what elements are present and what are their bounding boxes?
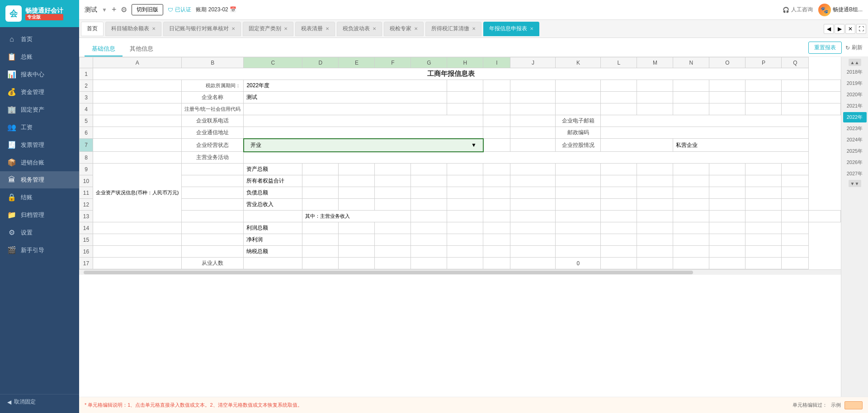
cell-2m[interactable] (673, 80, 709, 92)
cell-7i[interactable] (483, 139, 510, 152)
cell-2p[interactable] (782, 80, 809, 92)
cell-6b[interactable]: 企业通信地址 (182, 127, 244, 139)
col-header-n[interactable]: N (673, 57, 709, 68)
cell-16l[interactable] (601, 246, 637, 258)
col-header-q[interactable]: Q (782, 57, 809, 68)
cell-12o[interactable] (709, 199, 745, 211)
cell-10j[interactable] (510, 175, 556, 187)
cell-9o[interactable] (709, 164, 745, 175)
cell-8a[interactable] (93, 152, 182, 164)
cell-13q[interactable] (809, 211, 841, 222)
cell-12n[interactable] (673, 199, 709, 211)
tab-tax-form[interactable]: 税表清册 ✕ (295, 22, 335, 36)
cell-4l[interactable] (637, 103, 673, 115)
tab-aux-close-icon[interactable]: ✕ (152, 26, 156, 31)
tab-tax-income-close-icon[interactable]: ✕ (472, 26, 476, 31)
cell-9q[interactable] (782, 164, 809, 175)
col-header-p[interactable]: P (745, 57, 782, 68)
cell-12b[interactable] (182, 199, 244, 211)
cell-17d[interactable] (302, 258, 339, 269)
col-header-m[interactable]: M (637, 57, 673, 68)
cell-16h[interactable] (447, 246, 483, 258)
cell-4m[interactable] (673, 103, 709, 115)
cell-11m[interactable] (637, 187, 673, 199)
horizontal-scrollbar[interactable] (79, 269, 841, 275)
cell-16i[interactable] (483, 246, 510, 258)
cell-14d[interactable] (302, 222, 339, 234)
refresh-button[interactable]: ↻ 刷新 (845, 44, 863, 52)
cell-4c[interactable] (244, 103, 447, 115)
tabs-scroll-right-button[interactable]: ▶ (835, 24, 844, 34)
cell-16e[interactable] (339, 246, 375, 258)
tab-aux[interactable]: 科目辅助余额表 ✕ (105, 22, 161, 36)
cell-4p[interactable] (782, 103, 809, 115)
cell-2h[interactable] (510, 80, 556, 92)
cell-10k[interactable] (556, 175, 601, 187)
cell-15b[interactable] (182, 234, 244, 246)
cell-11j[interactable] (510, 187, 556, 199)
cell-12j[interactable] (510, 199, 556, 211)
cell-13c[interactable] (244, 211, 302, 222)
cell-4a[interactable] (93, 103, 182, 115)
cell-10q[interactable] (782, 175, 809, 187)
cell-17e[interactable] (339, 258, 375, 269)
cell-10l[interactable] (601, 175, 637, 187)
tab-annual[interactable]: 年报信息申报表 ✕ (483, 22, 539, 36)
cell-14o[interactable] (709, 222, 745, 234)
col-header-l[interactable]: L (601, 57, 637, 68)
cell-7j[interactable]: 企业控股情况 (556, 139, 601, 152)
tabs-close-button[interactable]: ✕ (845, 24, 855, 34)
cell-13i[interactable] (510, 211, 556, 222)
tab-asset-type-close-icon[interactable]: ✕ (284, 26, 288, 31)
cell-12m[interactable] (637, 199, 673, 211)
cell-17n[interactable] (673, 258, 709, 269)
workspace-dropdown-icon[interactable]: ▼ (102, 7, 107, 13)
cell-10m[interactable] (637, 175, 673, 187)
sheet-title-cell[interactable]: 工商年报信息表 (93, 68, 809, 80)
cell-11p[interactable] (745, 187, 782, 199)
cell-15j[interactable] (510, 234, 556, 246)
cell-3f[interactable] (447, 92, 483, 103)
cell-15o[interactable] (709, 234, 745, 246)
cell-6j[interactable]: 邮政编码 (556, 127, 601, 139)
cell-6k[interactable] (601, 127, 809, 139)
cell-17k[interactable]: 0 (556, 258, 601, 269)
cell-14n[interactable] (673, 222, 709, 234)
cell-9c[interactable]: 资产总额 (244, 164, 302, 175)
cell-10h[interactable] (447, 175, 483, 187)
reset-report-button[interactable]: 重置报表 (808, 42, 842, 54)
cell-6h[interactable] (483, 127, 510, 139)
year-item-2021[interactable]: 2021年 (843, 101, 867, 111)
cell-4o[interactable] (745, 103, 782, 115)
cell-11c[interactable]: 负债总额 (244, 187, 302, 199)
cell-16c[interactable]: 纳税总额 (244, 246, 302, 258)
col-header-d[interactable]: D (302, 57, 339, 68)
tabs-scroll-left-button[interactable]: ◀ (824, 24, 834, 34)
cell-13p[interactable] (782, 211, 809, 222)
tab-annual-close-icon[interactable]: ✕ (530, 26, 533, 31)
cell-14c[interactable]: 利润总额 (244, 222, 302, 234)
cell-4h[interactable] (510, 103, 556, 115)
cell-15a[interactable] (93, 234, 182, 246)
cell-5h[interactable] (483, 115, 510, 127)
cell-15h[interactable] (447, 234, 483, 246)
cell-10p[interactable] (745, 175, 782, 187)
cell-5j[interactable]: 企业电子邮箱 (556, 115, 601, 127)
cell-10g[interactable] (411, 175, 447, 187)
cell-10c[interactable]: 所有者权益合计 (244, 175, 302, 187)
cell-15q[interactable] (782, 234, 809, 246)
cell-7b[interactable]: 企业经营状态 (182, 139, 244, 152)
cell-9h[interactable] (447, 164, 483, 175)
tab-tax-wave[interactable]: 税负波动表 ✕ (337, 22, 382, 36)
cell-12f[interactable] (375, 199, 411, 211)
cell-12p[interactable] (745, 199, 782, 211)
cell-14p[interactable] (745, 222, 782, 234)
cell-13o[interactable] (745, 211, 782, 222)
cell-4q[interactable] (809, 103, 841, 115)
cell-14a[interactable] (93, 222, 182, 234)
sidebar-item-ledger[interactable]: 📋 总账 (0, 48, 79, 66)
cell-16p[interactable] (745, 246, 782, 258)
cell-3g[interactable] (483, 92, 510, 103)
col-header-j[interactable]: J (510, 57, 556, 68)
cell-11o[interactable] (709, 187, 745, 199)
